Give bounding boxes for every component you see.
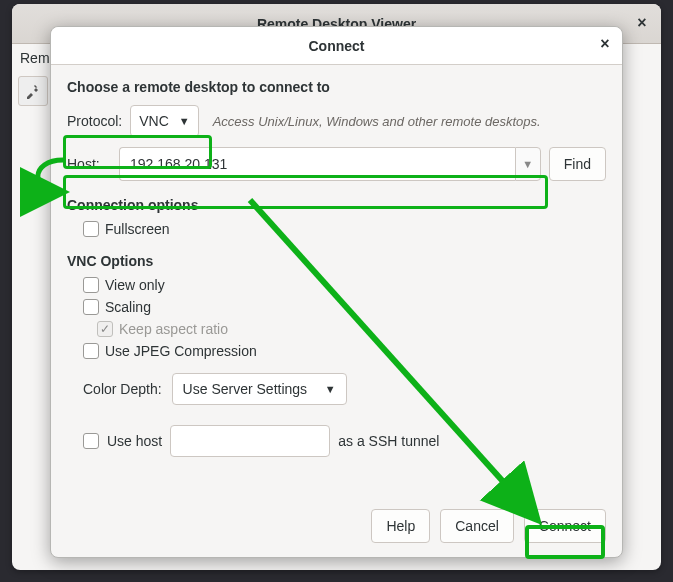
help-label: Help: [386, 518, 415, 534]
find-label: Find: [564, 156, 591, 172]
toolbar-connect-button[interactable]: [18, 76, 48, 106]
use-jpeg-checkbox[interactable]: [83, 343, 99, 359]
dialog-title: Connect: [309, 38, 365, 54]
use-host-checkbox[interactable]: [83, 433, 99, 449]
help-button[interactable]: Help: [371, 509, 430, 543]
ssh-tunnel-suffix: as a SSH tunnel: [338, 433, 439, 449]
protocol-label: Protocol:: [67, 113, 122, 129]
scaling-label: Scaling: [105, 299, 151, 315]
connect-label: Connect: [539, 518, 591, 534]
menu-item-partial[interactable]: Rem: [20, 50, 50, 66]
protocol-row: Protocol: VNC ▼ Access Unix/Linux, Windo…: [67, 105, 606, 137]
keep-aspect-label: Keep aspect ratio: [119, 321, 228, 337]
protocol-value: VNC: [139, 113, 169, 129]
ssh-tunnel-row: Use host as a SSH tunnel: [83, 425, 606, 457]
cancel-button[interactable]: Cancel: [440, 509, 514, 543]
dialog-footer: Help Cancel Connect: [51, 497, 622, 557]
use-host-label: Use host: [107, 433, 162, 449]
ssh-host-input[interactable]: [170, 425, 330, 457]
dialog-body: Choose a remote desktop to connect to Pr…: [51, 65, 622, 497]
dialog-titlebar: Connect ×: [51, 27, 622, 65]
view-only-label: View only: [105, 277, 165, 293]
host-combo-entry: ▼: [119, 147, 541, 181]
dialog-close-button[interactable]: ×: [592, 31, 618, 57]
scaling-checkbox[interactable]: [83, 299, 99, 315]
fullscreen-label: Fullscreen: [105, 221, 170, 237]
vnc-options-title: VNC Options: [67, 253, 606, 269]
chevron-down-icon: ▼: [325, 383, 336, 395]
color-depth-value: Use Server Settings: [183, 381, 308, 397]
use-jpeg-label: Use JPEG Compression: [105, 343, 257, 359]
chevron-down-icon: ▼: [179, 115, 190, 127]
host-row: Host: ▼ Find: [67, 147, 606, 181]
protocol-hint: Access Unix/Linux, Windows and other rem…: [213, 114, 541, 129]
close-icon: ×: [600, 35, 609, 53]
connect-button[interactable]: Connect: [524, 509, 606, 543]
fullscreen-checkbox[interactable]: [83, 221, 99, 237]
host-label: Host:: [67, 156, 111, 172]
find-button[interactable]: Find: [549, 147, 606, 181]
color-depth-row: Color Depth: Use Server Settings ▼: [83, 373, 606, 405]
keep-aspect-checkbox: [97, 321, 113, 337]
protocol-combo[interactable]: VNC ▼: [130, 105, 198, 137]
close-icon: ×: [637, 14, 646, 32]
host-dropdown-button[interactable]: ▼: [515, 147, 541, 181]
connect-dialog: Connect × Choose a remote desktop to con…: [50, 26, 623, 558]
fullscreen-row: Fullscreen: [83, 221, 606, 237]
host-input[interactable]: [119, 147, 515, 181]
cancel-label: Cancel: [455, 518, 499, 534]
main-close-button[interactable]: ×: [629, 10, 655, 36]
choose-heading: Choose a remote desktop to connect to: [67, 79, 606, 95]
color-depth-label: Color Depth:: [83, 381, 162, 397]
view-only-checkbox[interactable]: [83, 277, 99, 293]
color-depth-combo[interactable]: Use Server Settings ▼: [172, 373, 347, 405]
chevron-down-icon: ▼: [522, 158, 533, 170]
connection-options-title: Connection options: [67, 197, 606, 213]
plug-icon: [24, 82, 42, 100]
